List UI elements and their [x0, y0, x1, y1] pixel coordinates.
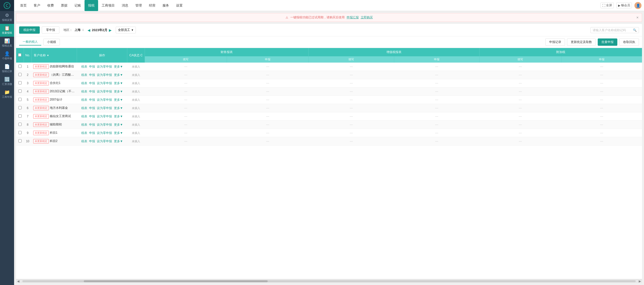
- search-input[interactable]: [593, 28, 633, 32]
- op-apply-7[interactable]: 申报: [89, 123, 95, 126]
- sidebar-item-tax-settings[interactable]: ⚙ 报税设置: [0, 11, 14, 24]
- th-vat-fill: 填写: [479, 56, 561, 63]
- banner-close-button[interactable]: ✕: [636, 16, 639, 19]
- op-zero-7[interactable]: 设为零申报: [97, 123, 112, 126]
- tab-tax-declaration[interactable]: 税款申报: [19, 26, 40, 34]
- op-more-8[interactable]: 更多▼: [114, 131, 123, 135]
- op-more-1[interactable]: 更多▼: [114, 73, 123, 77]
- row-checkbox-7[interactable]: [18, 123, 22, 126]
- op-tax-table-9[interactable]: 税表: [81, 139, 87, 143]
- op-zero-4[interactable]: 设为零申报: [97, 98, 112, 102]
- nav-manage[interactable]: 管理: [132, 0, 145, 11]
- btn-update[interactable]: 更新统定及取数: [567, 38, 596, 46]
- tab-small-scale[interactable]: 小规模: [43, 39, 60, 45]
- op-apply-4[interactable]: 申报: [89, 98, 95, 102]
- op-apply-5[interactable]: 申报: [89, 106, 95, 110]
- scroll-right-arrow[interactable]: ▶: [638, 279, 642, 283]
- op-apply-1[interactable]: 申报: [89, 73, 95, 77]
- btn-retrieve[interactable]: 收取回执: [619, 38, 639, 46]
- search-icon[interactable]: 🔍: [633, 28, 637, 32]
- op-apply-0[interactable]: 申报: [89, 65, 95, 68]
- nav-settings[interactable]: 设置: [173, 0, 186, 11]
- calc-clear-icon: 🔢: [4, 77, 10, 82]
- op-tax-table-0[interactable]: 税表: [81, 65, 87, 68]
- btn-batch-apply[interactable]: 批量申报: [598, 38, 617, 46]
- scroll-thumb[interactable]: [84, 280, 268, 282]
- nav-message[interactable]: 消息: [118, 0, 132, 11]
- op-tax-table-6[interactable]: 税表: [81, 115, 87, 118]
- fullscreen-button[interactable]: ⛶ 全屏: [600, 3, 614, 8]
- op-tax-table-4[interactable]: 税表: [81, 98, 87, 102]
- op-more-4[interactable]: 更多▼: [114, 98, 123, 102]
- op-more-6[interactable]: 更多▼: [114, 115, 123, 118]
- app-logo: [0, 0, 14, 11]
- row-checkbox-9[interactable]: [18, 139, 22, 142]
- member-button[interactable]: ▶ 畅会员: [616, 3, 632, 8]
- op-tax-table-7[interactable]: 税表: [81, 123, 87, 126]
- banner-link-buy[interactable]: 立即购买: [361, 15, 373, 20]
- tab-general-taxpayer[interactable]: 一般的税人: [19, 39, 41, 45]
- sidebar-item-batch-tax[interactable]: 📋 批量报税: [0, 24, 14, 37]
- row-checkbox-6[interactable]: [18, 114, 22, 118]
- op-more-9[interactable]: 更多▼: [114, 139, 123, 143]
- op-tax-table-2[interactable]: 税表: [81, 81, 87, 85]
- btn-records[interactable]: 申报记录: [545, 38, 565, 46]
- row-f1: —: [145, 87, 227, 96]
- op-more-2[interactable]: 更多▼: [114, 81, 123, 85]
- banner-link-report[interactable]: 申报汇报: [347, 15, 359, 20]
- nav-home[interactable]: 首页: [17, 0, 30, 11]
- op-zero-0[interactable]: 设为零申报: [97, 65, 112, 68]
- op-zero-3[interactable]: 设为零申报: [97, 90, 112, 93]
- sidebar-item-business-annual[interactable]: 📁 工商年报: [0, 88, 14, 101]
- op-zero-5[interactable]: 设为零申报: [97, 106, 112, 110]
- table-row: 7 未更新税定杨仙女工资商试 税表 申报 设为零申报 更多▼ 未插入 — — —…: [16, 112, 642, 121]
- nav-business[interactable]: 工商项目: [98, 0, 118, 11]
- op-zero-2[interactable]: 设为零申报: [97, 81, 112, 85]
- row-checkbox-3[interactable]: [18, 89, 22, 93]
- op-zero-1[interactable]: 设为零申报: [97, 73, 112, 77]
- op-apply-3[interactable]: 申报: [89, 90, 95, 93]
- op-more-3[interactable]: 更多▼: [114, 90, 123, 93]
- nav-collection[interactable]: 收费: [44, 0, 57, 11]
- nav-service[interactable]: 服务: [159, 0, 173, 11]
- row-checkbox-4[interactable]: [18, 98, 22, 101]
- sidebar-item-tax-overview[interactable]: 📊 报税总览: [0, 37, 14, 50]
- row-checkbox-8[interactable]: [18, 131, 22, 134]
- user-avatar[interactable]: 👤: [634, 2, 641, 9]
- row-checkbox-5[interactable]: [18, 106, 22, 109]
- op-apply-8[interactable]: 申报: [89, 131, 95, 135]
- op-zero-9[interactable]: 设为零申报: [97, 139, 112, 143]
- nav-tax[interactable]: 报税: [85, 0, 98, 11]
- op-more-5[interactable]: 更多▼: [114, 106, 123, 110]
- horizontal-scrollbar[interactable]: ◀ ▶: [16, 279, 642, 283]
- sidebar-item-calc-clear[interactable]: 🔢 汇算清缴: [0, 75, 14, 88]
- op-zero-6[interactable]: 设为零申报: [97, 115, 112, 118]
- sidebar-item-personal-tax[interactable]: 👤 个税申报: [0, 50, 14, 62]
- prev-month-button[interactable]: ◀: [88, 28, 90, 32]
- op-tax-table-8[interactable]: 税表: [81, 131, 87, 135]
- next-month-button[interactable]: ▶: [109, 28, 112, 32]
- row-no: 10: [24, 137, 32, 146]
- tab-zero-declaration[interactable]: 零申报: [42, 26, 59, 34]
- nav-invoice[interactable]: 票据: [57, 0, 71, 11]
- op-more-7[interactable]: 更多▼: [114, 123, 123, 126]
- row-checkbox-2[interactable]: [18, 81, 22, 84]
- nav-customer[interactable]: 客户: [30, 0, 44, 11]
- scroll-left-arrow[interactable]: ◀: [16, 279, 20, 283]
- staff-selector[interactable]: 全部员工 ▼: [116, 27, 136, 33]
- op-apply-9[interactable]: 申报: [89, 139, 95, 143]
- op-apply-2[interactable]: 申报: [89, 81, 95, 85]
- op-more-0[interactable]: 更多▼: [114, 65, 123, 68]
- select-all-checkbox[interactable]: [18, 53, 21, 57]
- row-checkbox-1[interactable]: [18, 73, 22, 76]
- op-zero-8[interactable]: 设为零申报: [97, 131, 112, 135]
- row-checkbox-0[interactable]: [18, 65, 22, 68]
- op-tax-table-3[interactable]: 税表: [81, 90, 87, 93]
- op-tax-table-5[interactable]: 税表: [81, 106, 87, 110]
- nav-operation[interactable]: 经营: [145, 0, 159, 11]
- op-apply-6[interactable]: 申报: [89, 115, 95, 118]
- th-no: No.: [24, 48, 32, 63]
- nav-accounting[interactable]: 记账: [71, 0, 85, 11]
- op-tax-table-1[interactable]: 税表: [81, 73, 87, 77]
- sidebar-item-tax-records[interactable]: 📄 报税记录: [0, 62, 14, 75]
